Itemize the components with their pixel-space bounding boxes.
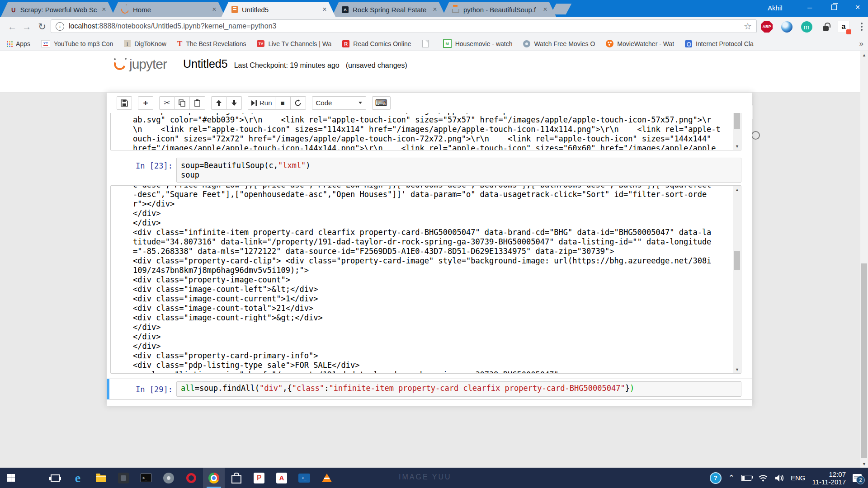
store-button[interactable] — [226, 468, 247, 488]
wifi-icon[interactable] — [758, 474, 768, 482]
chevron-down-icon — [359, 102, 362, 104]
tab-title: Scrapy: Powerful Web Sc — [20, 6, 98, 14]
bookmark-star-icon[interactable] — [744, 21, 752, 32]
clock[interactable]: 12:07 11-11-2017 — [812, 470, 846, 486]
tab-stackoverflow[interactable]: python - BeautifulSoup.f — [442, 2, 556, 17]
bookmark-internet-protocol[interactable]: Internet Protocol Cla — [685, 40, 754, 47]
bookmark-untitled-page[interactable] — [422, 40, 432, 47]
close-tab-icon[interactable] — [541, 5, 550, 14]
powerpoint-button[interactable] — [248, 468, 270, 488]
restore-button[interactable] — [824, 0, 844, 14]
scroll-down-icon[interactable]: ▼ — [733, 366, 741, 373]
file-explorer-button[interactable] — [90, 468, 112, 488]
scrollbar-thumb[interactable] — [734, 112, 740, 129]
code-line: soup — [181, 170, 737, 180]
speaker-icon[interactable] — [775, 474, 784, 482]
youtube-mp3-icon — [41, 40, 50, 47]
powershell-button[interactable] — [293, 468, 315, 488]
opera-button[interactable] — [180, 468, 202, 488]
edge-icon — [75, 471, 80, 485]
run-icon — [251, 100, 257, 106]
acrobat-button[interactable] — [271, 468, 292, 488]
tab-home[interactable]: Home — [111, 2, 225, 17]
close-tab-icon[interactable] — [210, 5, 219, 14]
bookmark-moviewatcher[interactable]: MovieWatcher - Wat — [606, 40, 674, 47]
code-cell-23[interactable]: soup=BeautifulSoup(c,"lxml") soup — [176, 158, 741, 183]
scroll-up-icon[interactable]: ▲ — [733, 186, 741, 193]
bookmark-digtoknow[interactable]: DigToKnow — [124, 40, 166, 47]
bookmark-read-comics[interactable]: Read Comics Online — [342, 40, 411, 47]
command-palette-button[interactable] — [372, 96, 391, 110]
close-tab-icon[interactable] — [99, 5, 108, 14]
m-extension-icon[interactable] — [800, 20, 813, 33]
forward-button[interactable] — [20, 20, 33, 33]
torch-extension-icon[interactable] — [780, 20, 793, 33]
edge-button[interactable] — [67, 468, 89, 488]
vlc-button[interactable] — [316, 468, 338, 488]
notification-center-button[interactable]: 2 — [853, 474, 862, 482]
command-prompt-button[interactable] — [135, 468, 157, 488]
save-button[interactable] — [117, 96, 132, 110]
chrome-menu-icon[interactable] — [855, 20, 868, 33]
close-window-button[interactable] — [847, 0, 868, 14]
language-indicator[interactable]: ENG — [791, 474, 806, 482]
cell-type-dropdown[interactable]: Code — [312, 96, 366, 110]
bookmarks-overflow-icon[interactable] — [859, 39, 863, 48]
code-cell-29[interactable]: all=soup.findAll("div",{"class":"infinit… — [176, 381, 741, 397]
copy-cell-button[interactable] — [175, 96, 190, 110]
scroll-down-icon[interactable]: ▼ — [733, 142, 741, 150]
output-text: c-desc","Price High Low"],["price-asc","… — [133, 185, 741, 374]
add-cell-button[interactable] — [138, 96, 153, 110]
unlock-extension-icon[interactable] — [819, 20, 832, 33]
tab-title: python - BeautifulSoup.f — [463, 6, 539, 14]
adblock-extension-icon[interactable] — [760, 20, 773, 33]
output-scrollbar[interactable]: ▼ — [733, 112, 741, 150]
amazon-assistant-icon[interactable] — [837, 20, 850, 33]
interrupt-kernel-button[interactable] — [275, 96, 291, 110]
browser-profile-name[interactable]: Akhil — [768, 4, 783, 12]
start-button[interactable] — [0, 468, 22, 488]
cell-type-value: Code — [316, 99, 332, 107]
tab-untitled5[interactable]: Untitled5 — [222, 2, 335, 17]
paste-cell-button[interactable] — [190, 96, 205, 110]
chrome-button[interactable] — [203, 468, 225, 488]
bookmark-housemovie[interactable]: Housemovie - watch — [443, 39, 513, 48]
page-scrollbar[interactable]: ▲ ▼ — [860, 51, 868, 468]
help-icon[interactable] — [710, 472, 722, 484]
battery-icon[interactable] — [741, 475, 751, 481]
bookmark-watch-free-movies[interactable]: Watch Free Movies O — [523, 40, 595, 47]
page-info-icon[interactable] — [56, 22, 64, 31]
cut-cell-button[interactable] — [159, 96, 175, 110]
minimize-button[interactable] — [799, 0, 820, 14]
run-cell-button[interactable]: Run — [248, 96, 275, 110]
reload-button[interactable] — [35, 20, 49, 33]
notebook-title[interactable]: Untitled5 — [183, 57, 228, 70]
run-label: Run — [259, 99, 272, 107]
pinned-app-button-2[interactable] — [158, 468, 179, 488]
scroll-up-icon[interactable]: ▲ — [860, 51, 868, 59]
tab-scrapy[interactable]: Scrapy: Powerful Web Sc — [1, 2, 115, 17]
apps-shortcut[interactable]: Apps — [6, 40, 30, 47]
tab-rock-spring[interactable]: Rock Spring Real Estate | — [332, 2, 446, 17]
task-view-button[interactable] — [44, 468, 66, 488]
scrollbar-thumb[interactable] — [861, 263, 867, 458]
scroll-down-icon[interactable]: ▼ — [860, 460, 868, 468]
close-tab-icon[interactable] — [320, 5, 329, 14]
restart-kernel-button[interactable] — [291, 96, 306, 110]
bookmark-youtube-mp3[interactable]: YouTube to mp3 Con — [41, 40, 113, 47]
jupyter-logo[interactable]: jupyter — [113, 56, 167, 72]
back-button[interactable] — [5, 20, 19, 33]
move-cell-down-button[interactable] — [226, 96, 242, 110]
bookmark-best-revelations[interactable]: The Best Revelations — [177, 39, 246, 48]
address-bar[interactable]: localhost :8888/notebooks/Untitled5.ipyn… — [51, 19, 757, 33]
tray-expand-icon[interactable] — [728, 473, 735, 483]
pinned-app-button-1[interactable] — [113, 468, 134, 488]
close-tab-icon[interactable] — [430, 5, 439, 14]
cortana-button[interactable] — [22, 468, 44, 488]
output-scrollbar[interactable]: ▲ ▼ — [733, 186, 741, 373]
bookmark-live-tv[interactable]: Live Tv Channels | Wa — [257, 40, 331, 47]
new-tab-button[interactable] — [551, 4, 572, 14]
scrollbar-thumb[interactable] — [734, 251, 740, 270]
move-cell-up-button[interactable] — [211, 96, 226, 110]
checkpoint-status: Last Checkpoint: 19 minutes ago — [234, 61, 340, 70]
